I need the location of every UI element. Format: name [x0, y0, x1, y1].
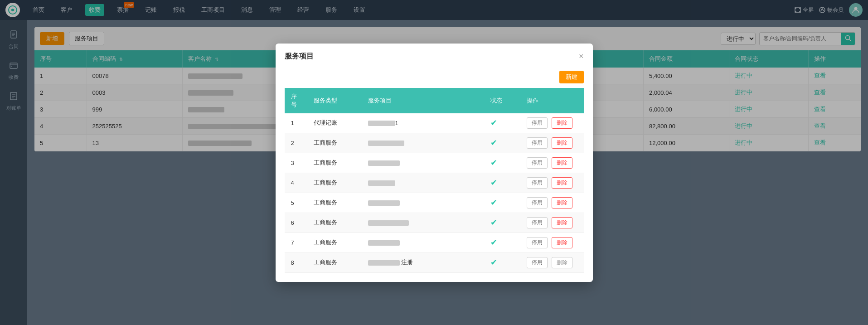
mcell-item: 注册 [362, 252, 484, 272]
mcell-type: 代理记账 [307, 113, 362, 133]
mcell-action: 停用 删除 [520, 153, 584, 173]
list-item: 8 工商服务 注册 ✔ 停用 删除 [285, 252, 584, 272]
mcell-type: 工商服务 [307, 133, 362, 153]
mcell-type: 工商服务 [307, 233, 362, 252]
mcell-type: 工商服务 [307, 252, 362, 272]
modal-table-wrap: 序号 服务类型 服务项目 状态 操作 1 代理记账 1 ✔ 停用 删除 2 工商… [276, 88, 593, 282]
mcell-item: 1 [362, 113, 484, 133]
status-check-icon: ✔ [490, 258, 497, 267]
delete-button-disabled[interactable]: 删除 [552, 257, 572, 268]
delete-button[interactable]: 删除 [552, 237, 572, 248]
mcell-seq: 2 [285, 133, 307, 153]
status-check-icon: ✔ [490, 218, 497, 227]
mcell-action: 停用 删除 [520, 233, 584, 252]
mcell-item [362, 133, 484, 153]
mcell-type: 工商服务 [307, 153, 362, 173]
delete-button[interactable]: 删除 [552, 137, 572, 149]
mcell-seq: 3 [285, 153, 307, 173]
stop-button[interactable]: 停用 [527, 217, 548, 228]
modal-overlay[interactable]: 服务项目 × 新建 序号 服务类型 服务项目 状态 操作 [0, 0, 868, 325]
list-item: 6 工商服务 ✔ 停用 删除 [285, 213, 584, 233]
mcell-status: ✔ [484, 193, 520, 213]
list-item: 1 代理记账 1 ✔ 停用 删除 [285, 113, 584, 133]
mcell-type: 工商服务 [307, 213, 362, 233]
mcell-seq: 8 [285, 252, 307, 272]
list-item: 2 工商服务 ✔ 停用 删除 [285, 133, 584, 153]
mcell-item [362, 153, 484, 173]
mcell-seq: 1 [285, 113, 307, 133]
mcell-status: ✔ [484, 233, 520, 252]
mcell-action: 停用 删除 [520, 252, 584, 272]
list-item: 7 工商服务 ✔ 停用 删除 [285, 233, 584, 252]
mth-seq: 序号 [285, 88, 307, 113]
mcell-action: 停用 删除 [520, 133, 584, 153]
list-item: 5 工商服务 ✔ 停用 删除 [285, 193, 584, 213]
modal-close-button[interactable]: × [579, 52, 584, 60]
stop-button[interactable]: 停用 [527, 237, 548, 248]
mcell-item [362, 213, 484, 233]
mcell-seq: 6 [285, 213, 307, 233]
mth-type: 服务类型 [307, 88, 362, 113]
mcell-status: ✔ [484, 173, 520, 193]
mcell-status: ✔ [484, 113, 520, 133]
status-check-icon: ✔ [490, 158, 497, 167]
stop-button[interactable]: 停用 [527, 177, 548, 189]
mcell-seq: 5 [285, 193, 307, 213]
mcell-status: ✔ [484, 252, 520, 272]
list-item: 3 工商服务 ✔ 停用 删除 [285, 153, 584, 173]
mcell-seq: 7 [285, 233, 307, 252]
mcell-seq: 4 [285, 173, 307, 193]
mth-item: 服务项目 [362, 88, 484, 113]
mcell-status: ✔ [484, 133, 520, 153]
mcell-action: 停用 删除 [520, 213, 584, 233]
delete-button[interactable]: 删除 [552, 177, 572, 189]
mcell-item [362, 193, 484, 213]
status-check-icon: ✔ [490, 138, 497, 147]
stop-button[interactable]: 停用 [527, 117, 548, 129]
stop-button[interactable]: 停用 [527, 157, 548, 169]
delete-button[interactable]: 删除 [552, 117, 572, 129]
modal-header: 服务项目 × [276, 44, 593, 66]
status-check-icon: ✔ [490, 238, 497, 247]
modal-service-table: 序号 服务类型 服务项目 状态 操作 1 代理记账 1 ✔ 停用 删除 2 工商… [285, 88, 584, 273]
stop-button[interactable]: 停用 [527, 137, 548, 149]
mcell-action: 停用 删除 [520, 173, 584, 193]
status-check-icon: ✔ [490, 178, 497, 187]
mcell-action: 停用 删除 [520, 113, 584, 133]
mcell-item [362, 233, 484, 252]
modal-table-header: 序号 服务类型 服务项目 状态 操作 [285, 88, 584, 113]
mcell-type: 工商服务 [307, 193, 362, 213]
stop-button[interactable]: 停用 [527, 197, 548, 209]
modal-new-button[interactable]: 新建 [559, 71, 584, 83]
delete-button[interactable]: 删除 [552, 197, 572, 209]
mcell-item [362, 173, 484, 193]
service-modal: 服务项目 × 新建 序号 服务类型 服务项目 状态 操作 [276, 44, 593, 282]
modal-body: 序号 服务类型 服务项目 状态 操作 1 代理记账 1 ✔ 停用 删除 2 工商… [276, 88, 593, 282]
stop-button[interactable]: 停用 [527, 257, 548, 268]
delete-button[interactable]: 删除 [552, 217, 572, 228]
list-item: 4 工商服务 ✔ 停用 删除 [285, 173, 584, 193]
mcell-type: 工商服务 [307, 173, 362, 193]
mcell-action: 停用 删除 [520, 193, 584, 213]
mth-action: 操作 [520, 88, 584, 113]
modal-title: 服务项目 [285, 52, 314, 61]
status-check-icon: ✔ [490, 118, 497, 127]
mcell-status: ✔ [484, 153, 520, 173]
status-check-icon: ✔ [490, 198, 497, 207]
delete-button[interactable]: 删除 [552, 157, 572, 169]
mth-status: 状态 [484, 88, 520, 113]
mcell-status: ✔ [484, 213, 520, 233]
modal-toolbar: 新建 [276, 66, 593, 88]
modal-tbody: 1 代理记账 1 ✔ 停用 删除 2 工商服务 ✔ 停用 删除 3 工商服务 ✔… [285, 113, 584, 273]
